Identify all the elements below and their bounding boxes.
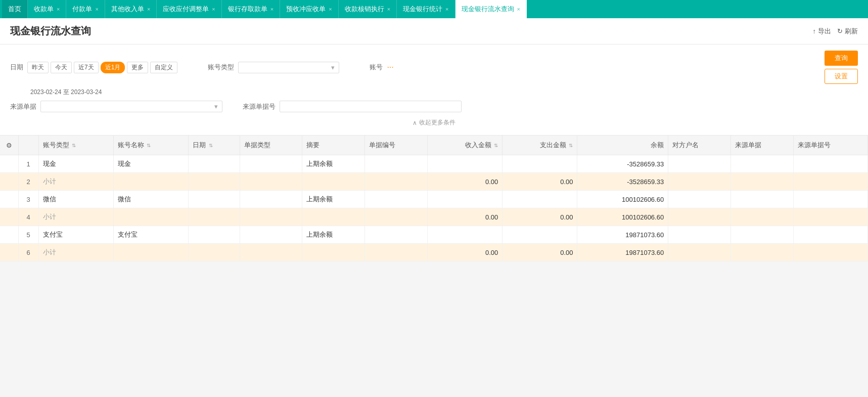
- nav-tab-payments[interactable]: 付款单 ×: [66, 0, 105, 18]
- cell-expense: [502, 226, 577, 244]
- col-source-doc-no: 来源单据号: [793, 136, 867, 155]
- nav-tab-cash-bank-flow-label: 现金银行流水查询: [462, 5, 514, 14]
- nav-tab-bank-deposits[interactable]: 银行存取款单 ×: [222, 0, 280, 18]
- account-label: 账号: [370, 63, 383, 72]
- action-buttons: 查询 设置: [825, 51, 858, 84]
- cell-balance: 19871073.60: [577, 226, 668, 244]
- cell-income: [427, 155, 502, 173]
- source-doc-select[interactable]: ▾: [40, 101, 222, 112]
- nav-tab-receipts[interactable]: 收款单 ×: [28, 0, 66, 18]
- cell-account-type: 现金: [38, 155, 113, 173]
- col-account-type-label: 账号类型: [43, 141, 69, 149]
- account-type-select[interactable]: ▾: [238, 62, 339, 73]
- table-row: 6小计0.000.0019871073.60: [0, 244, 868, 261]
- date-btn-more[interactable]: 更多: [127, 62, 148, 73]
- nav-tab-collection-exec-label: 收款核销执行: [345, 5, 384, 14]
- col-expense[interactable]: 支出金额 ⇅: [502, 136, 577, 155]
- export-label: 导出: [818, 27, 831, 36]
- date-btn-custom[interactable]: 自定义: [150, 62, 177, 73]
- nav-tab-other-income-close[interactable]: ×: [147, 6, 150, 12]
- nav-tab-other-income[interactable]: 其他收入单 ×: [105, 0, 157, 18]
- settings-button[interactable]: 设置: [825, 69, 858, 84]
- nav-tab-advance-offset[interactable]: 预收冲应收单 ×: [280, 0, 338, 18]
- date-btn-yesterday[interactable]: 昨天: [27, 62, 49, 73]
- nav-tab-cash-bank-flow-close[interactable]: ×: [517, 6, 520, 12]
- collapse-bar[interactable]: ∧ 收起更多条件: [10, 116, 858, 129]
- cell-account-name: [113, 208, 188, 226]
- col-counterpart-label: 对方户名: [672, 141, 699, 149]
- col-account-name[interactable]: 账号名称 ⇅: [113, 136, 188, 155]
- col-counterpart: 对方户名: [668, 136, 731, 155]
- sort-icon-expense: ⇅: [569, 143, 573, 148]
- nav-tab-home[interactable]: 首页: [2, 0, 28, 18]
- cell-source-doc: [730, 191, 793, 208]
- cell-source-doc: [730, 173, 793, 191]
- cell-income: 0.00: [427, 244, 502, 261]
- filter-row-2: 来源单据 ▾ 来源单据号: [10, 101, 858, 112]
- query-button[interactable]: 查询: [825, 51, 858, 66]
- nav-tab-cash-bank-flow[interactable]: 现金银行流水查询 ×: [455, 0, 527, 18]
- nav-tab-cash-bank-stats[interactable]: 现金银行统计 ×: [397, 0, 455, 18]
- date-options: 昨天 今天 近7天 近1月 更多 自定义: [27, 62, 177, 73]
- cell-expense: 0.00: [502, 244, 577, 261]
- cell-summary: [302, 208, 365, 226]
- cell-account-name: [113, 244, 188, 261]
- cell-seq: 2: [18, 173, 38, 191]
- cell-summary: 上期余额: [302, 191, 365, 208]
- export-button[interactable]: ↑ 导出: [813, 27, 832, 36]
- nav-tab-collection-exec-close[interactable]: ×: [387, 6, 390, 12]
- col-income[interactable]: 收入金额 ⇅: [427, 136, 502, 155]
- cell-seq: 4: [18, 208, 38, 226]
- account-type-label: 账号类型: [208, 63, 234, 72]
- nav-tab-receipts-close[interactable]: ×: [57, 6, 60, 12]
- source-doc-no-input[interactable]: [280, 101, 462, 112]
- account-dots-button[interactable]: ···: [387, 63, 393, 72]
- col-balance-label: 余额: [651, 141, 664, 149]
- date-btn-today[interactable]: 今天: [51, 62, 72, 73]
- cell-gear: [0, 173, 18, 191]
- cell-balance: -3528659.33: [577, 173, 668, 191]
- date-btn-7days[interactable]: 近7天: [74, 62, 99, 73]
- nav-tab-ar-ap-adjust[interactable]: 应收应付调整单 ×: [157, 0, 221, 18]
- table-row: 2小计0.000.00-3528659.33: [0, 173, 868, 191]
- cell-seq: 3: [18, 191, 38, 208]
- cell-seq: 1: [18, 155, 38, 173]
- table-container: ⚙ 账号类型 ⇅ 账号名称 ⇅ 日期 ⇅ 单据类型 摘要: [0, 136, 868, 261]
- nav-tab-cash-bank-stats-close[interactable]: ×: [445, 6, 448, 12]
- cell-source-doc-no: [793, 155, 867, 173]
- nav-tab-payments-label: 付款单: [72, 5, 92, 14]
- nav-tab-payments-close[interactable]: ×: [95, 6, 98, 12]
- cell-doc-no: [365, 226, 428, 244]
- cell-gear: [0, 191, 18, 208]
- cell-date: [189, 208, 240, 226]
- table-row: 5支付宝支付宝上期余额19871073.60: [0, 226, 868, 244]
- nav-tab-collection-exec[interactable]: 收款核销执行 ×: [339, 0, 397, 18]
- cell-date: [189, 173, 240, 191]
- source-doc-no-label: 来源单据号: [243, 102, 276, 111]
- col-expense-label: 支出金额: [540, 141, 566, 149]
- cell-counterpart: [668, 208, 731, 226]
- nav-tab-bank-deposits-close[interactable]: ×: [270, 6, 273, 12]
- cell-seq: 6: [18, 244, 38, 261]
- cell-source-doc-no: [793, 173, 867, 191]
- cell-date: [189, 191, 240, 208]
- col-date[interactable]: 日期 ⇅: [189, 136, 240, 155]
- account-filter-group: 账号 ···: [370, 63, 397, 72]
- date-btn-1month[interactable]: 近1月: [101, 62, 125, 73]
- collapse-icon: ∧: [413, 119, 417, 126]
- cell-account-name: 现金: [113, 155, 188, 173]
- cell-source-doc: [730, 155, 793, 173]
- refresh-button[interactable]: ↻ 刷新: [837, 27, 858, 36]
- nav-tab-advance-offset-close[interactable]: ×: [329, 6, 332, 12]
- source-doc-no-filter-group: 来源单据号: [243, 101, 462, 112]
- cell-gear: [0, 226, 18, 244]
- sort-icon-date: ⇅: [209, 143, 213, 148]
- cell-doc-no: [365, 208, 428, 226]
- cell-account-type: 微信: [38, 191, 113, 208]
- nav-tab-ar-ap-close[interactable]: ×: [212, 6, 215, 12]
- col-gear[interactable]: ⚙: [0, 136, 18, 155]
- cell-account-type: 小计: [38, 208, 113, 226]
- col-account-type[interactable]: 账号类型 ⇅: [38, 136, 113, 155]
- nav-tab-receipts-label: 收款单: [34, 5, 54, 14]
- cell-gear: [0, 208, 18, 226]
